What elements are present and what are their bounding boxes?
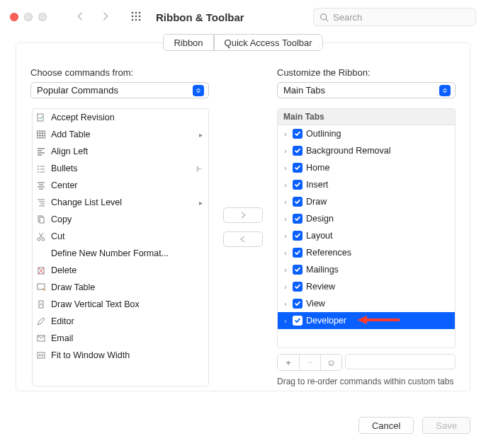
- tab-label: Layout: [306, 231, 333, 241]
- svg-point-7: [135, 18, 137, 21]
- tab-checkbox[interactable]: [293, 197, 303, 207]
- segment-qat[interactable]: Quick Access Toolbar: [214, 35, 322, 50]
- disclosure-chevron-icon[interactable]: ›: [282, 266, 289, 274]
- tab-label: View: [306, 299, 325, 309]
- show-all-button[interactable]: [130, 11, 142, 24]
- spacer: [345, 354, 456, 369]
- disclosure-chevron-icon[interactable]: ›: [282, 147, 289, 155]
- tab-checkbox[interactable]: [293, 248, 303, 258]
- forward-button[interactable]: [101, 11, 111, 23]
- gear-icon: ☺: [327, 357, 336, 368]
- svg-point-0: [132, 11, 134, 13]
- disclosure-chevron-icon[interactable]: ›: [282, 283, 289, 291]
- command-item[interactable]: Add Table▸: [33, 126, 208, 143]
- svg-marker-52: [357, 316, 367, 324]
- svg-rect-11: [38, 114, 43, 121]
- customize-ribbon-dropdown[interactable]: Main Tabs: [277, 82, 456, 98]
- window-close-button[interactable]: [10, 13, 18, 21]
- choose-commands-value: Popular Commands: [37, 85, 118, 96]
- window-minimize-button[interactable]: [24, 13, 33, 21]
- disclosure-chevron-icon[interactable]: ›: [282, 317, 289, 325]
- disclosure-chevron-icon[interactable]: ›: [282, 198, 289, 206]
- add-command-button[interactable]: [223, 207, 263, 223]
- command-item[interactable]: Editor: [33, 313, 208, 330]
- disclosure-chevron-icon[interactable]: ›: [282, 164, 289, 172]
- command-item[interactable]: Bullets⊩: [33, 160, 208, 177]
- tab-row[interactable]: ›Home: [278, 159, 455, 176]
- tab-checkbox[interactable]: [293, 129, 303, 139]
- align-left-icon: [35, 146, 47, 157]
- settings-button[interactable]: ☺: [320, 355, 341, 370]
- search-input[interactable]: Search: [313, 8, 476, 26]
- command-item[interactable]: Accept Revision: [33, 109, 208, 126]
- tabs-list[interactable]: ›Outlining›Background Removal›Home›Inser…: [278, 125, 455, 348]
- cancel-button[interactable]: Cancel: [358, 417, 414, 434]
- command-item[interactable]: Cut: [33, 228, 208, 245]
- tab-row[interactable]: ›Outlining: [278, 125, 455, 142]
- command-item[interactable]: Copy: [33, 211, 208, 228]
- command-item[interactable]: Align Left: [33, 143, 208, 160]
- back-button[interactable]: [75, 11, 85, 23]
- remove-tab-button[interactable]: −: [299, 355, 320, 370]
- search-placeholder: Search: [333, 12, 362, 23]
- command-item[interactable]: Center: [33, 177, 208, 194]
- tab-label: Design: [306, 214, 334, 224]
- disclosure-chevron-icon[interactable]: ›: [282, 300, 289, 308]
- tab-checkbox[interactable]: [293, 316, 303, 326]
- svg-point-38: [42, 238, 45, 241]
- command-label: Delete: [51, 265, 77, 275]
- command-item[interactable]: Change List Level▸: [33, 194, 208, 211]
- tab-row[interactable]: ›Background Removal: [278, 142, 455, 159]
- tab-label: References: [306, 248, 351, 258]
- command-item[interactable]: ADraw Vertical Text Box: [33, 296, 208, 313]
- fit-width-icon: [35, 350, 47, 361]
- command-item[interactable]: Email: [33, 330, 208, 347]
- tab-checkbox[interactable]: [293, 214, 303, 224]
- command-label: Center: [51, 180, 78, 190]
- remove-command-button[interactable]: [223, 231, 263, 247]
- disclosure-chevron-icon[interactable]: ›: [282, 130, 289, 138]
- tab-row[interactable]: ›Review: [278, 278, 455, 295]
- disclosure-chevron-icon[interactable]: ›: [282, 215, 289, 223]
- svg-point-1: [135, 11, 137, 13]
- customize-ribbon-label: Customize the Ribbon:: [277, 67, 456, 78]
- chevron-updown-icon: [193, 85, 204, 96]
- tab-row[interactable]: ›Layout: [278, 227, 455, 244]
- commands-list[interactable]: Accept RevisionAdd Table▸Align LeftBulle…: [32, 108, 209, 386]
- add-tab-button[interactable]: +: [278, 355, 299, 370]
- command-item[interactable]: Fit to Window Width: [33, 347, 208, 364]
- segment-ribbon[interactable]: Ribbon: [164, 35, 213, 50]
- tab-row[interactable]: ›Insert: [278, 176, 455, 193]
- save-button[interactable]: Save: [422, 417, 470, 434]
- tab-row[interactable]: ›Mailings: [278, 261, 455, 278]
- svg-point-6: [132, 18, 134, 21]
- disclosure-chevron-icon[interactable]: ›: [282, 249, 289, 257]
- tab-checkbox[interactable]: [293, 265, 303, 275]
- command-item[interactable]: Delete: [33, 262, 208, 279]
- tab-checkbox[interactable]: [293, 146, 303, 156]
- tab-checkbox[interactable]: [293, 299, 303, 309]
- tab-checkbox[interactable]: [293, 180, 303, 190]
- tab-label: Review: [306, 282, 335, 292]
- tab-checkbox[interactable]: [293, 231, 303, 241]
- disclosure-chevron-icon[interactable]: ›: [282, 181, 289, 189]
- tab-checkbox[interactable]: [293, 282, 303, 292]
- tab-row[interactable]: ›Developer: [278, 312, 455, 329]
- table-icon: [35, 129, 47, 140]
- view-segmented-control[interactable]: Ribbon Quick Access Toolbar: [163, 34, 322, 51]
- tab-checkbox[interactable]: [293, 163, 303, 173]
- tab-row[interactable]: ›Design: [278, 210, 455, 227]
- command-label: Accept Revision: [51, 113, 115, 122]
- command-label: Define New Number Format...: [51, 248, 169, 258]
- tab-row[interactable]: ›Draw: [278, 193, 455, 210]
- tab-row[interactable]: ›View: [278, 295, 455, 312]
- command-item[interactable]: Draw Table: [33, 279, 208, 296]
- choose-commands-dropdown[interactable]: Popular Commands: [30, 82, 209, 98]
- accept-icon: [35, 112, 47, 123]
- editor-icon: [35, 316, 47, 327]
- window-zoom-button[interactable]: [38, 13, 47, 21]
- tab-row[interactable]: ›References: [278, 244, 455, 261]
- command-item[interactable]: Define New Number Format...: [33, 245, 208, 262]
- disclosure-chevron-icon[interactable]: ›: [282, 232, 289, 240]
- tab-label: Draw: [306, 197, 327, 207]
